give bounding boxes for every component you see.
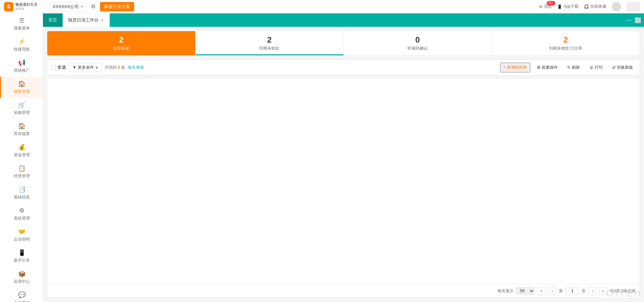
tab-workbench-label: 钱货日清工作台 — [68, 17, 99, 23]
purchase-icon: 🛒 — [18, 101, 25, 109]
sidebar-item-marketing[interactable]: 📢 营销推广 — [0, 56, 43, 77]
company-selector[interactable]: XXXXXX公司 ▼ — [50, 2, 87, 11]
app-download-button[interactable]: 📱 App下载 — [557, 4, 579, 9]
sidebar-item-purchase[interactable]: 🛒 采购管理 — [0, 98, 43, 119]
inventory-icon: 🏠 — [18, 122, 25, 130]
sidebar-label-system: 系统管理 — [14, 216, 30, 221]
sidebar-item-operations[interactable]: 📋 经营管理 — [0, 161, 43, 182]
sidebar-label-enterprise: 企业协同 — [14, 237, 30, 242]
prev-page-button[interactable]: ‹ — [548, 287, 556, 295]
logo-sub: 标准版 — [15, 7, 38, 11]
sidebar-label-marketing: 营销推广 — [14, 68, 30, 73]
sidebar-item-system[interactable]: ⚙ 系统管理 — [0, 203, 43, 225]
switch-version-button[interactable]: ⇄ 切换新版 — [609, 63, 636, 72]
message-badge: 99+ — [547, 1, 555, 5]
print-button[interactable]: 🖨 打印 — [587, 63, 605, 72]
stat-number-all: 2 — [53, 35, 190, 45]
print-label: 打印 — [595, 65, 603, 70]
sidebar-item-basic-info[interactable]: 📑 基础信息 — [0, 182, 43, 203]
content-area: 首页 钱货日清工作台 ✕ — ⬜ 2 全部单据 2 到期未收款 — [43, 13, 644, 302]
batch-icon: ⊞ — [537, 65, 540, 70]
sidebar-item-finance[interactable]: 💰 资金管理 — [0, 140, 43, 161]
sidebar-label-inventory: 库存核算 — [14, 131, 30, 137]
last-page-button[interactable]: » — [599, 287, 607, 295]
settings-button[interactable]: ⚙ — [89, 2, 98, 11]
checkbox-icon — [51, 65, 56, 70]
sidebar-label-wechat: 企业微信 — [14, 300, 30, 302]
first-page-button[interactable]: « — [537, 287, 545, 295]
main-layout: ☰ 搜索菜单 ⚡ 快捷导航 📢 营销推广 🏠 销售管理 🛒 采购管理 🏠 库存核… — [0, 13, 644, 302]
message-icon: ✉ — [539, 4, 542, 9]
message-button[interactable]: ✉ 消息 99+ — [539, 4, 552, 9]
header-right: ✉ 消息 99+ 📱 App下载 🎧 在线客服 — [539, 2, 640, 11]
per-page-label: 每页显示 — [497, 288, 514, 294]
sidebar: ☰ 搜索菜单 ⚡ 快捷导航 📢 营销推广 🏠 销售管理 🛒 采购管理 🏠 库存核… — [0, 13, 43, 302]
marketing-icon: 📢 — [18, 59, 25, 66]
sidebar-label-guide: 新手引导 — [14, 258, 30, 263]
table-area — [47, 78, 640, 284]
tab-bar-actions: — ⬜ — [624, 13, 644, 27]
page-content: 2 全部单据 2 到期未收款 0 旺铺待确认 2 到期未收款 已出库 — [43, 27, 644, 302]
tab-close-icon[interactable]: ✕ — [101, 18, 104, 22]
filter-button[interactable]: ▼ 更多条件 ∨ — [69, 63, 102, 72]
tab-home[interactable]: 首页 — [43, 13, 63, 27]
next-page-button[interactable]: › — [588, 287, 596, 295]
select-all-checkbox[interactable]: 全选 — [51, 64, 66, 70]
sidebar-label-operations: 经营管理 — [14, 173, 30, 179]
search-menu-icon: ☰ — [19, 17, 24, 24]
stat-cards: 2 全部单据 2 到期未收款 0 旺铺待确认 2 到期未收款 已出库 — [47, 31, 640, 56]
filter-label: 更多条件 — [78, 65, 94, 70]
batch-label: 批量操作 — [542, 65, 558, 70]
page-label: 第 — [559, 288, 563, 294]
page-input[interactable] — [566, 287, 579, 295]
trial-button[interactable]: 体验行业方案 — [100, 2, 134, 11]
refresh-button[interactable]: ↻ 刷新 — [565, 63, 583, 72]
app-download-label: App下载 — [564, 4, 579, 9]
minimize-icon[interactable]: — — [627, 17, 632, 23]
online-service-button[interactable]: 🎧 在线客服 — [584, 4, 606, 9]
sidebar-item-sales[interactable]: 🏠 销售管理 — [0, 77, 43, 98]
switch-icon: ⇄ — [612, 65, 615, 70]
tab-workbench[interactable]: 钱货日清工作台 ✕ — [63, 13, 110, 27]
stat-card-all[interactable]: 2 全部单据 — [47, 31, 196, 55]
sidebar-item-inventory[interactable]: 🏠 库存核算 — [0, 119, 43, 140]
switch-label: 切换新版 — [617, 65, 633, 70]
filter-icon: ▼ — [72, 65, 76, 70]
top-header: 6 畅捷通好生意 标准版 XXXXXX公司 ▼ ⚙ 体验行业方案 ✉ 消息 99… — [0, 0, 644, 13]
wechat-icon: 💬 — [18, 291, 25, 299]
guide-icon: 📱 — [18, 249, 25, 256]
stat-card-overdue-unshipped[interactable]: 2 到期未收款 已出库 — [492, 31, 640, 55]
sidebar-item-quick-nav[interactable]: ⚡ 快捷导航 — [0, 35, 43, 56]
maximize-icon[interactable]: ⬜ — [635, 17, 641, 23]
sidebar-item-enterprise[interactable]: 🤝 企业协同 — [0, 225, 43, 246]
found-count: 0 — [118, 65, 120, 70]
sidebar-item-search-menu[interactable]: ☰ 搜索菜单 — [0, 13, 43, 35]
stat-card-pending[interactable]: 0 旺铺待确认 — [344, 31, 492, 55]
tab-bar: 首页 钱货日清工作台 ✕ — ⬜ — [43, 13, 644, 27]
stat-underline — [196, 54, 343, 55]
operations-icon: 📋 — [18, 165, 25, 172]
sidebar-item-guide[interactable]: 📱 新手引导 — [0, 246, 43, 267]
stat-card-overdue-unpaid[interactable]: 2 到期未收款 — [196, 31, 344, 55]
new-order-button[interactable]: + 新增销货单 — [500, 63, 530, 72]
stat-label-pending: 旺铺待确认 — [349, 46, 486, 51]
sidebar-label-sales: 销售管理 — [14, 89, 30, 95]
finance-icon: 💰 — [18, 143, 25, 151]
sidebar-item-app-center[interactable]: 📦 应用中心 — [0, 267, 43, 288]
filter-chevron-icon: ∨ — [95, 65, 98, 70]
sidebar-label-basic-info: 基础信息 — [14, 194, 30, 200]
select-all-label: 全选 — [57, 64, 66, 70]
batch-operation-button[interactable]: ⊞ 批量操作 — [534, 63, 560, 72]
per-page-select[interactable]: 50 10 20 100 — [516, 287, 535, 295]
sidebar-item-wechat[interactable]: 💬 企业微信 — [0, 288, 43, 302]
tab-home-label: 首页 — [48, 17, 57, 23]
related-orders-link[interactable]: 相关单据 — [128, 65, 144, 70]
quick-nav-icon: ⚡ — [18, 38, 25, 45]
avatar-name[interactable] — [627, 2, 640, 11]
basic-info-icon: 📑 — [18, 186, 25, 193]
sidebar-label-purchase: 采购管理 — [14, 110, 30, 116]
logo-text: 畅捷通好生意 — [15, 2, 38, 7]
avatar[interactable] — [612, 2, 621, 11]
sidebar-label-search-menu: 搜索菜单 — [14, 25, 30, 31]
app-icon: 📱 — [557, 4, 562, 9]
